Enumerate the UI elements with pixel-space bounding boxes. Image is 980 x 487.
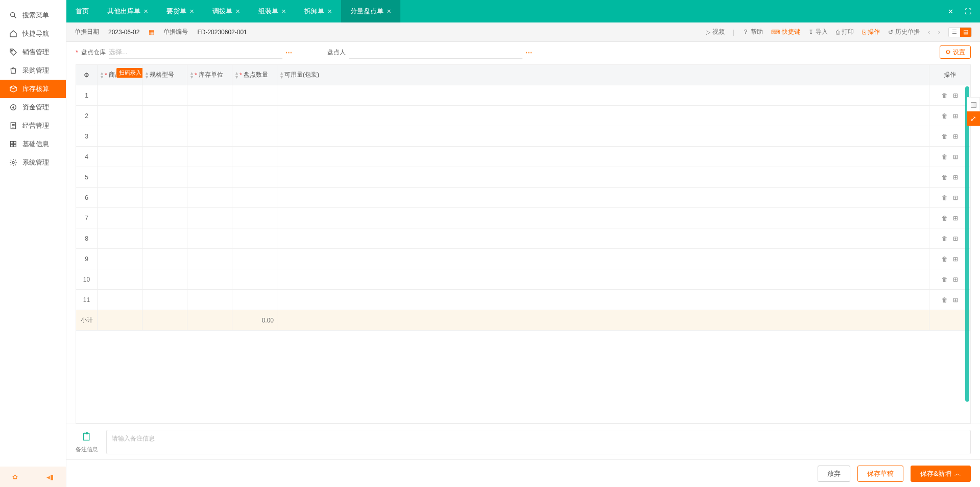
cell-available[interactable] [277,85,929,106]
delete-row-icon[interactable]: 🗑 [942,296,948,304]
sidebar-item-finance[interactable]: 资金管理 [0,98,66,117]
delete-row-icon[interactable]: 🗑 [942,256,948,263]
scan-badge[interactable]: 扫码录入 [116,68,144,78]
toolbar-import[interactable]: ↧导入 [808,28,828,36]
cell-count-qty[interactable] [232,208,277,228]
cell-unit[interactable] [187,269,232,290]
settings-icon[interactable]: ✿ [12,473,18,481]
add-row-icon[interactable]: ⊞ [953,194,958,201]
cell-available[interactable] [277,290,929,310]
cell-unit[interactable] [187,106,232,126]
cell-spec[interactable] [142,269,187,290]
cell-spec[interactable] [142,208,187,228]
sidebar-item-search[interactable]: 搜索菜单 [0,6,66,25]
close-icon[interactable]: ✕ [327,8,332,15]
sidebar-item-inventory[interactable]: 库存核算 [0,80,66,98]
tab-assemble[interactable]: 组装单✕ [249,0,295,22]
add-row-icon[interactable]: ⊞ [953,256,958,263]
cell-available[interactable] [277,208,929,228]
cell-count-qty[interactable] [232,290,277,310]
cell-product[interactable] [98,126,142,147]
cell-product[interactable] [98,147,142,167]
view-list[interactable]: ☰ [949,28,960,37]
tab-partial-count[interactable]: 分量盘点单✕ [341,0,400,22]
cell-spec[interactable] [142,147,187,167]
add-row-icon[interactable]: ⊞ [953,235,958,242]
close-icon[interactable]: ✕ [281,8,286,15]
add-row-icon[interactable]: ⊞ [953,112,958,120]
vertical-scrollbar[interactable] [965,86,969,402]
cell-unit[interactable] [187,228,232,249]
cell-unit[interactable] [187,290,232,310]
col-count-qty[interactable]: ▴▾*盘点数量 [232,65,277,85]
cell-spec[interactable] [142,106,187,126]
cell-spec[interactable] [142,249,187,269]
cell-spec[interactable] [142,85,187,106]
discard-button[interactable]: 放弃 [818,466,850,482]
cell-count-qty[interactable] [232,147,277,167]
cell-product[interactable] [98,208,142,228]
col-config[interactable]: ⚙ [76,65,98,85]
add-row-icon[interactable]: ⊞ [953,215,958,222]
calendar-icon[interactable]: ▦ [149,29,154,36]
delete-row-icon[interactable]: 🗑 [942,133,948,140]
add-row-icon[interactable]: ⊞ [953,276,958,283]
save-draft-button[interactable]: 保存草稿 [857,466,903,482]
add-row-icon[interactable]: ⊞ [953,133,958,140]
cell-unit[interactable] [187,249,232,269]
tab-transfer[interactable]: 调拨单✕ [203,0,249,22]
cell-available[interactable] [277,106,929,126]
cell-available[interactable] [277,126,929,147]
fullscreen-icon[interactable]: ⛶ [963,6,973,16]
sidebar-item-business[interactable]: 经营管理 [0,117,66,135]
tab-requisition[interactable]: 要货单✕ [157,0,203,22]
cell-spec[interactable] [142,290,187,310]
sidebar-item-system[interactable]: 系统管理 [0,153,66,172]
dock-expand-icon[interactable]: ⤢ [967,111,980,126]
sidebar-item-sales[interactable]: 销售管理 [0,43,66,61]
config-button[interactable]: ⚙设置 [940,45,971,59]
delete-row-icon[interactable]: 🗑 [942,215,948,222]
delete-row-icon[interactable]: 🗑 [942,92,948,99]
add-row-icon[interactable]: ⊞ [953,153,958,160]
date-value[interactable]: 2023-06-02 [108,29,139,36]
close-all-icon[interactable]: ✕ [945,6,955,16]
cell-product[interactable] [98,85,142,106]
toolbar-history[interactable]: ↺历史单据 [888,28,920,36]
toolbar-hotkeys[interactable]: ⌨快捷键 [771,28,800,36]
cell-available[interactable] [277,269,929,290]
cell-spec[interactable] [142,126,187,147]
close-icon[interactable]: ✕ [387,8,391,15]
col-spec[interactable]: ▴▾规格型号 [142,65,187,85]
add-row-icon[interactable]: ⊞ [953,174,958,181]
cell-spec[interactable] [142,167,187,188]
sidebar-item-quicknav[interactable]: 快捷导航 [0,25,66,43]
cell-spec[interactable] [142,188,187,208]
add-row-icon[interactable]: ⊞ [953,296,958,304]
collapse-icon[interactable]: ◂▮ [46,473,54,481]
col-available[interactable]: ▴▾可用量(包装) [277,65,929,85]
tab-disassemble[interactable]: 拆卸单✕ [295,0,341,22]
tab-home[interactable]: 首页 [66,0,98,22]
chevron-right-icon[interactable]: › [938,29,940,36]
cell-unit[interactable] [187,85,232,106]
delete-row-icon[interactable]: 🗑 [942,112,948,120]
add-row-icon[interactable]: ⊞ [953,92,958,99]
warehouse-input[interactable] [109,45,282,59]
cell-available[interactable] [277,167,929,188]
cell-unit[interactable] [187,147,232,167]
sidebar-item-basicinfo[interactable]: 基础信息 [0,135,66,153]
person-input[interactable] [349,45,522,59]
cell-product[interactable] [98,228,142,249]
cell-available[interactable] [277,228,929,249]
cell-unit[interactable] [187,208,232,228]
cell-product[interactable] [98,269,142,290]
cell-count-qty[interactable] [232,269,277,290]
cell-available[interactable] [277,147,929,167]
tab-other-out[interactable]: 其他出库单✕ [98,0,157,22]
warehouse-picker-icon[interactable]: ⋯ [285,49,293,56]
dock-tools-icon[interactable]: ▥ [967,97,980,111]
col-unit[interactable]: ▴▾*库存单位 [187,65,232,85]
sidebar-item-purchase[interactable]: 采购管理 [0,61,66,80]
cell-product[interactable] [98,249,142,269]
